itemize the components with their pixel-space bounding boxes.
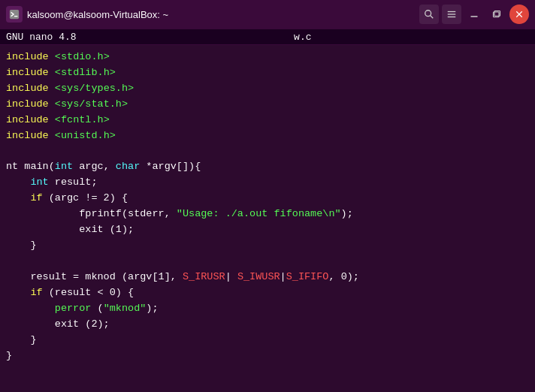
window-controls: [419, 5, 529, 24]
terminal-icon: [9, 9, 20, 20]
titlebar: kalsoom@kalsoom-VirtualBox: ~: [0, 0, 535, 29]
code-line-5: include <fcntl.h>: [0, 113, 535, 128]
code-line-4: include <sys/stat.h>: [0, 97, 535, 113]
minimize-icon: [470, 10, 479, 19]
nano-version: GNU nano 4.8: [6, 32, 77, 43]
code-line-8: nt main(int argc, char *argv[]){: [0, 159, 535, 175]
code-line-9: int result;: [0, 175, 535, 191]
nano-statusbar: GNU nano 4.8 w.c: [0, 29, 535, 45]
svg-point-2: [425, 11, 431, 17]
code-line-14: [0, 254, 535, 270]
code-line-2: include <stdlib.h>: [0, 65, 535, 81]
code-line-18: exit (2);: [0, 317, 535, 333]
code-line-1: include <stdio.h>: [0, 50, 535, 65]
window-title: kalsoom@kalsoom-VirtualBox: ~: [27, 9, 168, 20]
code-line-3: include <sys/types.h>: [0, 81, 535, 97]
code-line-19: }: [0, 333, 535, 348]
close-icon: [515, 11, 523, 18]
minimize-button[interactable]: [464, 5, 484, 24]
maximize-icon: [492, 10, 501, 19]
close-button[interactable]: [509, 5, 529, 24]
code-line-6: include <unistd.h>: [0, 128, 535, 144]
code-line-20: }: [0, 348, 535, 364]
nano-filename: w.c: [294, 32, 311, 43]
search-icon: [424, 9, 434, 20]
code-line-12: exit (1);: [0, 222, 535, 238]
code-editor[interactable]: include <stdio.h> include <stdlib.h> inc…: [0, 45, 535, 392]
code-line-13: }: [0, 238, 535, 254]
code-line-11: fprintf(stderr, "Usage: ./a.out fifoname…: [0, 207, 535, 222]
menu-button[interactable]: [442, 5, 461, 24]
search-button[interactable]: [419, 5, 439, 24]
maximize-button[interactable]: [487, 5, 506, 24]
menu-icon: [446, 9, 457, 20]
code-line-17: perror ("mknod");: [0, 301, 535, 317]
code-line-15: result = mknod (argv[1], S_IRUSR| S_IWUS…: [0, 270, 535, 285]
include-keyword: include: [6, 51, 49, 62]
code-line-16: if (result < 0) {: [0, 285, 535, 301]
header-file: <stdio.h>: [55, 51, 110, 62]
app-icon: [6, 6, 23, 23]
svg-line-3: [431, 16, 434, 19]
code-line-7: [0, 144, 535, 160]
titlebar-left: kalsoom@kalsoom-VirtualBox: ~: [6, 6, 168, 23]
code-line-10: if (argc != 2) {: [0, 191, 535, 207]
